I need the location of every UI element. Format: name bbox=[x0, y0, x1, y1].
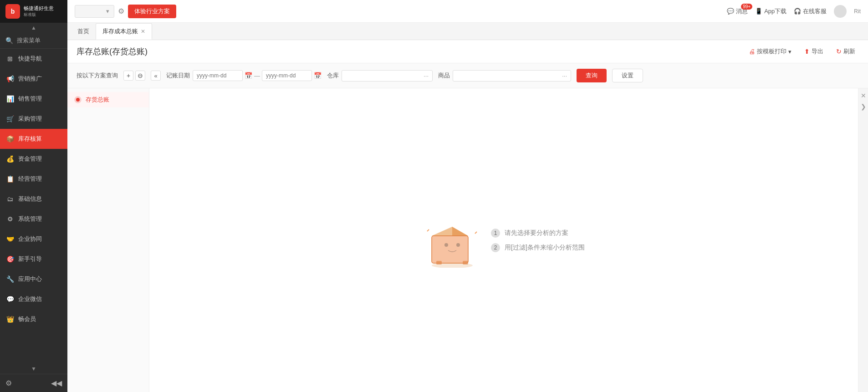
sidebar-item-marketing[interactable]: 📢 营销推广 bbox=[0, 69, 67, 89]
close-panel-btn[interactable]: ✕ bbox=[861, 92, 866, 99]
scroll-down-arrow[interactable]: ▼ bbox=[0, 364, 67, 374]
filter-collapse-btn[interactable]: « bbox=[151, 71, 161, 81]
sidebar-item-wechat[interactable]: 💬 企业微信 bbox=[0, 289, 67, 309]
app-logo-icon: b bbox=[5, 4, 20, 19]
tab-close-icon[interactable]: ✕ bbox=[141, 28, 145, 35]
search-menu-label: 搜索菜单 bbox=[17, 36, 41, 45]
hint-num-1: 1 bbox=[491, 229, 500, 238]
sidebar-item-operation[interactable]: 📋 经营管理 bbox=[0, 169, 67, 189]
message-badge: 99+ bbox=[741, 4, 752, 10]
print-icon: 🖨 bbox=[749, 48, 755, 55]
scheme-item-active[interactable]: 存货总账 bbox=[67, 92, 149, 107]
tab-home-label: 首页 bbox=[77, 27, 89, 36]
message-btn[interactable]: 💬 消息 99+ bbox=[727, 7, 748, 15]
goods-filter-group: 商品 ··· bbox=[438, 70, 571, 81]
svg-point-10 bbox=[456, 243, 460, 247]
operation-icon: 📋 bbox=[5, 174, 15, 183]
empty-state-inner: 1 请先选择要分析的方案 2 用[过滤]条件来缩小分析范围 bbox=[423, 218, 585, 263]
goods-label: 商品 bbox=[438, 71, 450, 80]
date-filter-group: 记账日期 📅 — 📅 bbox=[166, 70, 322, 81]
online-service-btn[interactable]: 🎧 在线客服 bbox=[794, 7, 827, 15]
collapse-sidebar-icon[interactable]: ◀◀ bbox=[51, 379, 62, 387]
content-area: 库存总账(存货总账) 🖨 按模板打印 ▾ ⬆ 导出 ↻ 刷新 按以下方案查询 bbox=[67, 40, 868, 392]
export-btn[interactable]: ⬆ 导出 bbox=[801, 46, 827, 57]
breadcrumb[interactable]: ▾ bbox=[75, 5, 114, 18]
goods-select[interactable]: ··· bbox=[453, 70, 571, 81]
query-btn[interactable]: 查询 bbox=[577, 69, 607, 82]
date-start-calendar-icon[interactable]: 📅 bbox=[245, 72, 252, 79]
search-menu-item[interactable]: 🔍 搜索菜单 bbox=[0, 33, 67, 49]
sidebar-label-wechat: 企业微信 bbox=[18, 295, 42, 303]
expand-panel-btn[interactable]: ❯ bbox=[861, 103, 866, 110]
svg-rect-7 bbox=[436, 261, 442, 265]
sidebar-label-marketing: 营销推广 bbox=[18, 75, 42, 83]
print-btn[interactable]: 🖨 按模板打印 ▾ bbox=[745, 46, 795, 57]
refresh-btn[interactable]: ↻ 刷新 bbox=[832, 46, 859, 57]
topbar-right: 💬 消息 99+ 📱 App下载 🎧 在线客服 Rit bbox=[727, 5, 861, 18]
warehouse-label: 仓库 bbox=[327, 71, 339, 80]
date-end-input[interactable] bbox=[262, 70, 312, 81]
svg-marker-5 bbox=[452, 227, 468, 236]
sidebar-item-purchase[interactable]: 🛒 采购管理 bbox=[0, 109, 67, 129]
date-start-input[interactable] bbox=[193, 70, 243, 81]
print-label: 按模板打印 bbox=[757, 47, 786, 56]
sidebar-item-system[interactable]: ⚙ 系统管理 bbox=[0, 209, 67, 229]
dropdown-icon: ▾ bbox=[106, 8, 109, 15]
sidebar-item-basic-info[interactable]: 🗂 基础信息 bbox=[0, 189, 67, 209]
app-download-btn[interactable]: 📱 App下载 bbox=[755, 7, 786, 15]
settings-btn[interactable]: 设置 bbox=[612, 69, 643, 82]
page-actions: 🖨 按模板打印 ▾ ⬆ 导出 ↻ 刷新 bbox=[745, 46, 859, 57]
svg-line-11 bbox=[427, 229, 429, 231]
warehouse-filter-group: 仓库 ··· bbox=[327, 70, 433, 81]
sidebar-item-quick-nav[interactable]: ⊞ 快捷导航 bbox=[0, 49, 67, 69]
scheme-sidebar: 存货总账 bbox=[67, 88, 149, 392]
export-icon: ⬆ bbox=[804, 48, 810, 55]
warehouse-select[interactable]: ··· bbox=[342, 70, 433, 81]
settings-icon[interactable]: ⚙ bbox=[118, 7, 124, 15]
wechat-icon: 💬 bbox=[5, 295, 15, 304]
scroll-up-arrow[interactable]: ▲ bbox=[0, 23, 67, 33]
sidebar-item-member[interactable]: 👑 畅会员 bbox=[0, 309, 67, 329]
sidebar-item-inventory[interactable]: 📦 库存核算 bbox=[0, 129, 67, 149]
tab-inventory-cost[interactable]: 库存成本总账 ✕ bbox=[96, 23, 152, 40]
sidebar-footer: ⚙ ◀◀ bbox=[0, 374, 67, 392]
sidebar-item-app-center[interactable]: 🔧 应用中心 bbox=[0, 269, 67, 289]
refresh-icon: ↻ bbox=[836, 48, 842, 55]
tab-home[interactable]: 首页 bbox=[71, 23, 96, 40]
app-download-label: App下载 bbox=[764, 7, 786, 15]
inventory-icon: 📦 bbox=[5, 134, 15, 143]
date-end-calendar-icon[interactable]: 📅 bbox=[314, 72, 322, 79]
svg-point-9 bbox=[444, 243, 448, 247]
print-dropdown-icon: ▾ bbox=[788, 48, 791, 55]
sales-icon: 📊 bbox=[5, 94, 15, 103]
sidebar-logo: b 畅捷通好生意 标准版 bbox=[0, 0, 67, 23]
search-icon: 🔍 bbox=[5, 37, 13, 44]
sidebar-label-member: 畅会员 bbox=[18, 315, 36, 323]
sidebar-item-sales[interactable]: 📊 销售管理 bbox=[0, 89, 67, 109]
warehouse-more-icon: ··· bbox=[424, 72, 429, 79]
filter-label: 按以下方案查询 bbox=[77, 71, 118, 80]
sidebar-item-guide[interactable]: 🎯 新手引导 bbox=[0, 249, 67, 269]
enterprise-icon: 🤝 bbox=[5, 234, 15, 244]
hint-text-1: 请先选择要分析的方案 bbox=[505, 229, 568, 237]
scheme-active-label: 存货总账 bbox=[86, 96, 109, 104]
right-panel: ✕ ❯ bbox=[858, 88, 868, 392]
add-filter-btn[interactable]: + bbox=[123, 71, 133, 81]
trial-btn[interactable]: 体验行业方案 bbox=[128, 5, 176, 18]
page-title: 库存总账(存货总账) bbox=[77, 46, 148, 57]
empty-hint-1: 1 请先选择要分析的方案 bbox=[491, 229, 585, 238]
service-icon: 🎧 bbox=[794, 8, 801, 15]
date-input: 📅 — 📅 bbox=[193, 70, 322, 81]
quick-nav-icon: ⊞ bbox=[5, 54, 15, 63]
empty-state: 1 请先选择要分析的方案 2 用[过滤]条件来缩小分析范围 bbox=[149, 88, 858, 392]
settings-footer-icon[interactable]: ⚙ bbox=[5, 379, 12, 387]
date-separator: — bbox=[254, 72, 260, 79]
sidebar-item-finance[interactable]: 💰 资金管理 bbox=[0, 149, 67, 169]
user-avatar[interactable] bbox=[834, 5, 847, 18]
export-label: 导出 bbox=[812, 47, 823, 56]
marketing-icon: 📢 bbox=[5, 74, 15, 83]
remove-filter-btn[interactable]: ⊖ bbox=[135, 71, 145, 81]
filter-add-btns: + ⊖ bbox=[123, 71, 145, 81]
sidebar-item-enterprise[interactable]: 🤝 企业协同 bbox=[0, 229, 67, 249]
main-content: ▾ ⚙ 体验行业方案 💬 消息 99+ 📱 App下载 🎧 在线客服 Rit bbox=[67, 0, 868, 392]
